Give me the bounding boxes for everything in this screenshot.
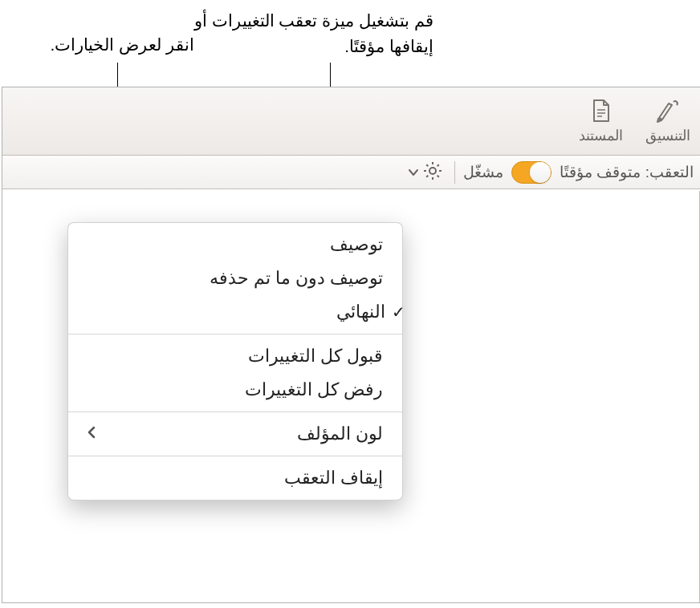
toggle-knob — [530, 162, 551, 183]
menu-separator — [68, 456, 402, 456]
toolbar: التنسيق المستند — [2, 87, 700, 156]
callout-line — [117, 63, 118, 87]
check-icon: ✓ — [392, 302, 405, 322]
gear-icon — [422, 160, 443, 184]
menu-item-markup-no-deletions[interactable]: توصيف دون ما تم حذفه — [68, 261, 402, 295]
callout-tracking: قم بتشغيل ميزة تعقب التغييرات أو إيقافها… — [193, 8, 433, 59]
callout-tracking-text: قم بتشغيل ميزة تعقب التغييرات أو إيقافها… — [194, 11, 433, 55]
toggle-state-label: مشغّل — [463, 163, 503, 181]
menu-item-label: رفض كل التغييرات — [245, 379, 383, 400]
menu-item-turn-off[interactable]: إيقاف التعقب — [68, 461, 402, 495]
divider — [454, 161, 455, 184]
menu-item-label: قبول كل التغييرات — [248, 346, 383, 367]
format-button[interactable]: التنسيق — [645, 98, 690, 144]
menu-separator — [68, 334, 402, 334]
menu-item-accept-all[interactable]: قبول كل التغييرات — [68, 339, 402, 373]
tracking-bar: التعقب: متوقف مؤقتًا مشغّل — [2, 156, 700, 189]
tracking-status-label: التعقب: متوقف مؤقتًا — [560, 163, 694, 181]
menu-item-label: لون المؤلف — [297, 424, 383, 444]
svg-line-11 — [438, 164, 439, 166]
svg-line-8 — [426, 164, 428, 166]
menu-item-reject-all[interactable]: رفض كل التغييرات — [68, 373, 402, 407]
menu-item-label: توصيف — [330, 234, 383, 255]
chevron-down-icon — [408, 165, 419, 180]
menu-separator — [68, 411, 402, 412]
svg-line-9 — [438, 175, 439, 176]
document-label: المستند — [579, 127, 623, 144]
menu-item-final[interactable]: ✓ النهائي — [68, 295, 402, 329]
menu-item-markup[interactable]: توصيف — [68, 228, 402, 261]
document-icon — [591, 98, 612, 124]
tracking-options-menu: توصيف توصيف دون ما تم حذفه ✓ النهائي قبو… — [67, 222, 403, 501]
app-window: التنسيق المستند التعقب: متوقف مؤقتًا مشغ… — [2, 87, 700, 603]
format-icon — [654, 98, 682, 124]
svg-line-10 — [426, 175, 428, 176]
menu-item-label: النهائي — [336, 302, 385, 322]
callout-options-text: انقر لعرض الخيارات. — [50, 35, 194, 54]
svg-point-3 — [429, 168, 436, 174]
tracking-toggle[interactable] — [511, 161, 551, 184]
chevron-left-icon — [88, 426, 96, 443]
menu-item-author-color[interactable]: لون المؤلف — [68, 417, 402, 451]
menu-item-label: توصيف دون ما تم حذفه — [210, 268, 383, 289]
tracking-options-button[interactable] — [405, 159, 446, 186]
callout-options: انقر لعرض الخيارات. — [42, 32, 194, 58]
document-button[interactable]: المستند — [579, 98, 623, 144]
format-label: التنسيق — [645, 127, 690, 144]
menu-item-label: إيقاف التعقب — [284, 468, 383, 488]
